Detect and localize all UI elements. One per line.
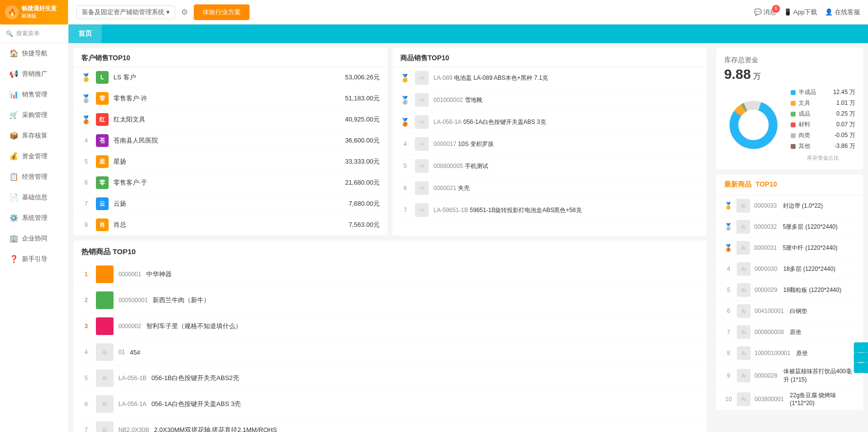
legend-item: 文具 1.01 万 bbox=[791, 99, 855, 107]
content-area: 客户销售TOP10 🥇 L LS 客户 53,006.26元 🥈 零 零售客户·… bbox=[69, 43, 868, 432]
customer-amount: 53,006.26元 bbox=[345, 73, 380, 82]
customer-amount: 40,925.00元 bbox=[345, 115, 380, 124]
sidebar-item-operation[interactable]: 📋 经营管理 bbox=[0, 167, 68, 187]
product-info: LA-056-1A 056-1A白色按键开关盖ABS 3克 bbox=[434, 118, 546, 126]
product-info: 000800005 手机测试 bbox=[434, 162, 488, 170]
customer-rank-row[interactable]: 5 星 星扬 33,333.00元 bbox=[73, 151, 388, 172]
hot-product-row[interactable]: 3 0000002 智利车子里（规格不知道填什么） bbox=[73, 313, 707, 339]
product-info: 0000021 夹壳 bbox=[434, 184, 470, 192]
customer-avatar: 苍 bbox=[96, 134, 109, 147]
legend-value: 1.01 万 bbox=[826, 99, 855, 107]
np-rank-number: 7 bbox=[724, 329, 733, 336]
chevron-down-icon: ▾ bbox=[166, 8, 170, 16]
hot-product-row[interactable]: 4 Ai 01 45# bbox=[73, 339, 707, 365]
sidebar-item-purchase[interactable]: 🛒 采购管理 bbox=[0, 105, 68, 125]
sidebar-item-marketing[interactable]: 📢 营销推广 bbox=[0, 64, 68, 84]
product-sales-rank-row[interactable]: 🥈 Ai 001000002 雪地靴 bbox=[392, 89, 707, 111]
product-sales-rank-row[interactable]: 🥇 Ai LA-089 电池盖 LA-089 ABS本色+黑种 7.1克 bbox=[392, 67, 707, 89]
np-image: Ai bbox=[737, 346, 751, 360]
product-sales-rank-row[interactable]: 7 Ai LA-59651-1B 59651-1B旋转投影灯电池盒ABS黑色+5… bbox=[392, 199, 707, 221]
float-btn-community[interactable]: 服务社区 bbox=[854, 353, 868, 363]
np-name: 22g鱼豆腐·烧烤味 (1*12*20) bbox=[790, 391, 855, 407]
new-product-row[interactable]: 4 Ai 0000030 18多层 (1220*2440) bbox=[716, 259, 863, 280]
np-rank-number: 8 bbox=[724, 350, 733, 357]
settings-icon[interactable]: ⚙ bbox=[181, 7, 188, 17]
medal-bronze-icon: 🥉 bbox=[81, 115, 91, 124]
app-download-btn[interactable]: 📱 App下载 bbox=[784, 8, 817, 17]
inventory-amount-row: 9.88 万 bbox=[724, 67, 855, 82]
new-product-row[interactable]: 9 Ai 0000028 体被茲核味苏打饮品400毫升 (1*15) bbox=[716, 364, 863, 388]
notification-btn[interactable]: 💬 消息 6 bbox=[754, 8, 777, 17]
marketing-icon: 📢 bbox=[9, 70, 18, 78]
new-product-row[interactable]: 🥉 Ai 0000031 5厘中纤 (1220*2440) bbox=[716, 238, 863, 259]
float-btn-live[interactable]: 直播 bbox=[854, 363, 868, 373]
product-info: 0000017 10S 变积罗孩 bbox=[434, 140, 494, 148]
customer-rank-row[interactable]: 🥇 L LS 客户 53,006.26元 bbox=[73, 67, 388, 88]
hot-product-row[interactable]: 5 Ai LA-056-1B 056-1B白色按键开关壳ABS2壳 bbox=[73, 365, 707, 391]
sidebar-item-guide[interactable]: ❓ 新手引导 bbox=[0, 249, 68, 269]
np-code: 003800001 bbox=[754, 396, 784, 403]
customer-rank-row[interactable]: 🥈 零 零售客户·许 51,183.00元 bbox=[73, 88, 388, 109]
np-name: 原坐 bbox=[796, 349, 808, 358]
np-image: Ai bbox=[736, 241, 750, 255]
new-product-row[interactable]: 10 Ai 003800001 22g鱼豆腐·烧烤味 (1*12*20) bbox=[716, 388, 863, 410]
hot-product-row[interactable]: 2 000500001 新西兰牛肉（新牛） bbox=[73, 288, 707, 313]
customer-rank-row[interactable]: 4 苍 苍南县人民医院 36,600.00元 bbox=[73, 130, 388, 151]
search-menu[interactable]: 🔍 搜索菜单 bbox=[0, 24, 68, 43]
customer-rank-row[interactable]: 6 零 零售客户·于 21,680.00元 bbox=[73, 172, 388, 193]
hot-product-row[interactable]: 7 Ai NB2.0X30B 2.0X30MM双搓花轴,搓花直径2.1MM/RO… bbox=[73, 417, 707, 432]
product-image-placeholder: Ai bbox=[96, 421, 114, 432]
tab-home[interactable]: 首页 bbox=[69, 24, 102, 43]
finance-icon: 💰 bbox=[9, 152, 18, 161]
new-product-row[interactable]: 8 Ai 10000100001 原坐 bbox=[716, 343, 863, 364]
customer-amount: 51,183.00元 bbox=[345, 94, 380, 103]
customer-rank-row[interactable]: 7 云 云扬 7,680.00元 bbox=[73, 193, 388, 215]
np-rank-number: 6 bbox=[724, 308, 733, 314]
np-image: Ai bbox=[737, 262, 751, 276]
new-product-row[interactable]: 5 Ai 0000029 18颗粒板 (1220*2440) bbox=[716, 280, 863, 301]
system-icon: ⚙️ bbox=[9, 214, 18, 222]
sidebar-item-basic[interactable]: 📄 基础信息 bbox=[0, 187, 68, 208]
home-icon: 🏠 bbox=[9, 49, 18, 58]
logo-icon: 🔥 bbox=[5, 5, 19, 19]
product-sales-rank-row[interactable]: 5 Ai 000800005 手机测试 bbox=[392, 155, 707, 177]
legend-dot bbox=[791, 90, 796, 95]
hot-product-row[interactable]: 1 0000001 中华神器 bbox=[73, 262, 707, 288]
np-rank-number: 4 bbox=[724, 265, 733, 272]
search-icon: 🔍 bbox=[6, 30, 13, 37]
inventory-legend: 半成品 12.45 万 文具 1.01 万 成品 0.25 万 材料 0.07 … bbox=[791, 88, 855, 162]
new-product-row[interactable]: 6 Ai 004100001 白钢垫 bbox=[716, 301, 863, 322]
new-product-row[interactable]: 7 Ai 000800008 原坐 bbox=[716, 322, 863, 343]
hot-product-row[interactable]: 6 Ai LA-056-1A 056-1A白色按键开关盖ABS 3壳 bbox=[73, 391, 707, 417]
product-sales-rank-row[interactable]: 4 Ai 0000017 10S 变积罗孩 bbox=[392, 133, 707, 155]
product-sales-rank-row[interactable]: 🥉 Ai LA-056-1A 056-1A白色按键开关盖ABS 3克 bbox=[392, 111, 707, 133]
legend-item: 半成品 12.45 万 bbox=[791, 88, 855, 96]
rank-number: 5 bbox=[81, 158, 91, 165]
sidebar-item-sales[interactable]: 📊 销售管理 bbox=[0, 84, 68, 105]
sidebar-item-enterprise[interactable]: 🏢 企业协同 bbox=[0, 228, 68, 249]
float-btn-service[interactable]: 客服热线 bbox=[854, 342, 868, 353]
new-product-row[interactable]: 🥈 Ai 0000032 5厘多层 (1220*2440) bbox=[716, 216, 863, 238]
hot-product-code: LA-056-1A bbox=[118, 401, 146, 408]
sidebar-item-inventory[interactable]: 📦 库存核算 bbox=[0, 125, 68, 146]
sidebar-item-finance[interactable]: 💰 资金管理 bbox=[0, 146, 68, 167]
customer-rank-row[interactable]: 8 肖 肖总 7,563.00元 bbox=[73, 215, 388, 236]
new-products-panel: 最新商品 TOP10 🥇 Ai 0000033 封边带 (1.0*22) 🥈 A… bbox=[716, 174, 863, 410]
customer-avatar: 零 bbox=[96, 92, 109, 105]
np-name: 18颗粒板 (1220*2440) bbox=[783, 286, 842, 294]
new-product-row[interactable]: 🥇 Ai 0000033 封边带 (1.0*22) bbox=[716, 195, 863, 216]
online-service-btn[interactable]: 👤 在线客服 bbox=[825, 8, 860, 17]
legend-value: -0.05 万 bbox=[826, 131, 855, 140]
product-sales-rank-row[interactable]: 6 Ai 0000021 夹壳 bbox=[392, 177, 707, 199]
sidebar-item-system[interactable]: ⚙️ 系统管理 bbox=[0, 208, 68, 228]
hot-product-name: 2.0X30MM双搓花轴,搓花直径2.1MM/ROHS bbox=[154, 426, 277, 432]
np-code: 0000030 bbox=[754, 265, 777, 272]
legend-label: 半成品 bbox=[799, 88, 823, 96]
np-code: 0000033 bbox=[754, 202, 777, 209]
system-selector[interactable]: 装备及固定资产辅助管理系统 ▾ bbox=[76, 5, 175, 19]
legend-label: 成品 bbox=[799, 110, 823, 118]
customer-rank-row[interactable]: 🥉 红 红太阳文具 40,925.00元 bbox=[73, 109, 388, 130]
sidebar-item-quick[interactable]: 🏠 快捷导航 bbox=[0, 43, 68, 64]
np-name: 5厘中纤 (1220*2440) bbox=[783, 244, 838, 252]
experience-btn[interactable]: 体验行业方案 bbox=[194, 4, 250, 20]
